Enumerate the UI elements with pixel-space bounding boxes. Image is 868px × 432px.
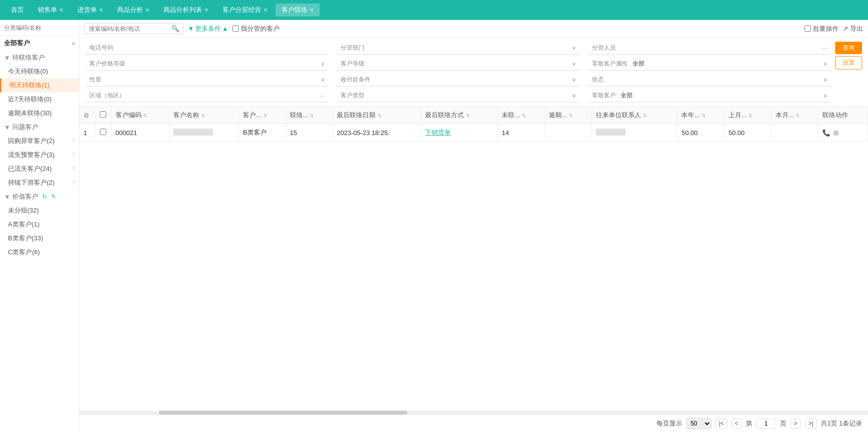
- page-input[interactable]: [756, 419, 776, 429]
- nav-sales[interactable]: 销售单 ✕: [32, 3, 70, 16]
- th-last-date[interactable]: 最后联络日期 ⇅: [333, 107, 421, 124]
- first-page-btn[interactable]: |<: [716, 419, 727, 429]
- reset-button[interactable]: 设置: [835, 56, 862, 70]
- filter-retail-attr-label: 零散客户属性: [592, 60, 628, 68]
- th-gear[interactable]: ⚙: [79, 107, 95, 124]
- sidebar-item-abnormal[interactable]: 回购异常客户(2) ?: [0, 134, 79, 148]
- filter-phone[interactable]: 电话号码: [85, 42, 329, 55]
- sidebar-search-input[interactable]: [4, 24, 78, 31]
- th-unlinkdays[interactable]: 未联... ⇅: [498, 107, 545, 124]
- nav-home[interactable]: 首页: [5, 3, 30, 16]
- filter-customer-level[interactable]: 客户等级 ∨: [337, 58, 580, 71]
- filter-status[interactable]: 状态 ∨: [588, 73, 831, 86]
- filter-manager[interactable]: 分管人员 ···: [588, 42, 831, 55]
- prev-page-btn[interactable]: <: [731, 419, 742, 429]
- nav-purchase-close[interactable]: ✕: [99, 7, 103, 13]
- sidebar-search-area: 🔍: [0, 20, 79, 36]
- row-checkbox[interactable]: [100, 129, 106, 135]
- action-phone-icon[interactable]: 📞: [822, 129, 830, 137]
- last-page-btn[interactable]: >|: [805, 419, 817, 429]
- filter-right-actions: 批量操作 ↗ 导出: [804, 24, 863, 33]
- sidebar-section-pending[interactable]: ▼ 待联络客户: [0, 51, 79, 65]
- nav-product-analysis[interactable]: 商品分析 ✕: [111, 3, 155, 16]
- batch-op-label: 批量操作: [813, 24, 839, 33]
- data-table: ⚙ 客户编码 ⇅ 客户名称 ⇅ 客户... ⇅ 联络... ⇅ 最后联络日期 ⇅…: [79, 107, 868, 142]
- filter-payment[interactable]: 收付款条件 ∨: [337, 73, 580, 86]
- th-last-method[interactable]: 最后联络方式 ⇅: [421, 107, 498, 124]
- filter-cust-type[interactable]: 客户类型 ∨: [337, 89, 580, 102]
- filter-retail-cust[interactable]: 零散客户 全部 ∨: [588, 89, 831, 102]
- export-btn[interactable]: ↗ 导出: [843, 24, 863, 33]
- td-contact-count: 15: [286, 124, 333, 142]
- filter-search-box: 🔍: [84, 23, 184, 34]
- th-customer-name[interactable]: 客户名称 ⇅: [169, 107, 238, 124]
- th-customer-type[interactable]: 客户... ⇅: [239, 107, 286, 124]
- th-thismonth-label: 本月...: [776, 111, 794, 119]
- sidebar-section-problem[interactable]: ▼ 问题客户: [0, 120, 79, 134]
- sidebar-item-lost[interactable]: 已流失客户(24) ?: [0, 162, 79, 176]
- next-page-btn[interactable]: >: [791, 419, 801, 429]
- sidebar-item-classC[interactable]: C类客户(6): [0, 245, 79, 259]
- sidebar-item-classB[interactable]: B类客户(33): [0, 231, 79, 245]
- filter-price-level[interactable]: 客户价格等级 ∨: [85, 58, 329, 71]
- td-last-method: 下销货单: [421, 124, 498, 142]
- filter-payment-chevron: ∨: [572, 76, 576, 83]
- nav-customer-contact[interactable]: 客户联络 ✕: [276, 3, 320, 16]
- sidebar-item-classA[interactable]: A类客户(1): [0, 217, 79, 231]
- sidebar-item-7days[interactable]: 近7天待联络(0): [0, 92, 79, 106]
- sidebar-item-overdue[interactable]: 逾期未联络(30): [0, 106, 79, 120]
- th-contact-count[interactable]: 联络... ⇅: [286, 107, 333, 124]
- scrollbar-thumb[interactable]: [159, 411, 407, 415]
- per-page-select[interactable]: 50 100 200: [686, 418, 712, 429]
- th-customer-code[interactable]: 客户编码 ⇅: [111, 107, 169, 124]
- sidebar-item-warning[interactable]: 流失预警客户(3) ?: [0, 148, 79, 162]
- nav-product-list-close[interactable]: ✕: [204, 7, 209, 13]
- th-year[interactable]: 本年... ⇅: [677, 107, 724, 124]
- filter-region[interactable]: 区域（地区） ···: [85, 89, 329, 102]
- nav-purchase[interactable]: 进货单 ✕: [72, 3, 109, 16]
- nav-product-list[interactable]: 商品分析列表 ✕: [157, 3, 215, 16]
- nav-purchase-label: 进货单: [77, 5, 97, 14]
- batch-op-checkbox[interactable]: [804, 25, 811, 32]
- nav-customer-contact-close[interactable]: ✕: [309, 7, 314, 13]
- th-contact-person[interactable]: 往来单位联系人 ⇅: [591, 107, 677, 124]
- filter-retail-attr[interactable]: 零散客户属性 全部 ∨: [588, 58, 831, 71]
- sidebar-all-customers[interactable]: 全部客户 «: [0, 36, 79, 51]
- filter-dept[interactable]: 分管部门 ∨: [337, 42, 580, 55]
- sidebar-item-declining[interactable]: 持续下滑客户(2) ?: [0, 176, 79, 190]
- horizontal-scrollbar[interactable]: [79, 411, 868, 415]
- last-method-link[interactable]: 下销货单: [425, 129, 451, 136]
- th-unlinkdays-label: 未联...: [502, 111, 520, 119]
- sidebar-item-ungrouped[interactable]: 未分组(32): [0, 204, 79, 217]
- filter-row-3: 性质 ∨ 收付款条件 ∨ 状态 ∨: [85, 73, 831, 86]
- batch-op-btn[interactable]: 批量操作: [804, 24, 839, 33]
- th-thismonth[interactable]: 本月... ⇅: [771, 107, 818, 124]
- nav-sales-close[interactable]: ✕: [59, 7, 64, 13]
- filter-nature[interactable]: 性质 ∨: [85, 73, 329, 86]
- my-customer-checkbox[interactable]: 我分管的客户: [232, 24, 280, 33]
- select-all-checkbox[interactable]: [100, 111, 106, 118]
- th-lastmonth[interactable]: 上月... ⇅: [724, 107, 771, 124]
- th-checkbox: [95, 107, 111, 124]
- td-contact-person: [591, 124, 677, 142]
- nav-customer-tier-close[interactable]: ✕: [263, 7, 268, 13]
- filter-dept-label: 分管部门: [341, 44, 364, 52]
- filter-search-input[interactable]: [89, 25, 169, 32]
- td-checkbox: [95, 124, 111, 142]
- sidebar-section-pending-label: 待联络客户: [12, 53, 45, 62]
- sidebar-section-value[interactable]: ▼ 价值客户 ↻ ✎: [0, 190, 79, 204]
- my-customer-input[interactable]: [232, 25, 239, 32]
- th-overdue[interactable]: 逾期... ⇅: [545, 107, 592, 124]
- main-layout: 🔍 全部客户 « ▼ 待联络客户 今天待联络(0) 明天待联络(1) 近7天待联…: [0, 20, 868, 432]
- filter-search-icon[interactable]: 🔍: [171, 25, 179, 32]
- sidebar-section-value-refresh[interactable]: ↻: [42, 193, 47, 200]
- query-button[interactable]: 查询: [835, 42, 862, 54]
- sidebar-item-today[interactable]: 今天待联络(0): [0, 65, 79, 78]
- sidebar-item-tomorrow[interactable]: 明天待联络(1): [0, 78, 79, 92]
- nav-product-analysis-close[interactable]: ✕: [145, 7, 149, 13]
- action-grid-icon[interactable]: ⊞: [833, 129, 839, 137]
- export-label: 导出: [850, 24, 863, 33]
- nav-customer-tier[interactable]: 客户分层经营 ✕: [217, 3, 274, 16]
- more-conditions-btn[interactable]: ▼ 更多条件 ▲: [188, 24, 228, 33]
- sidebar-section-value-edit[interactable]: ✎: [51, 193, 56, 200]
